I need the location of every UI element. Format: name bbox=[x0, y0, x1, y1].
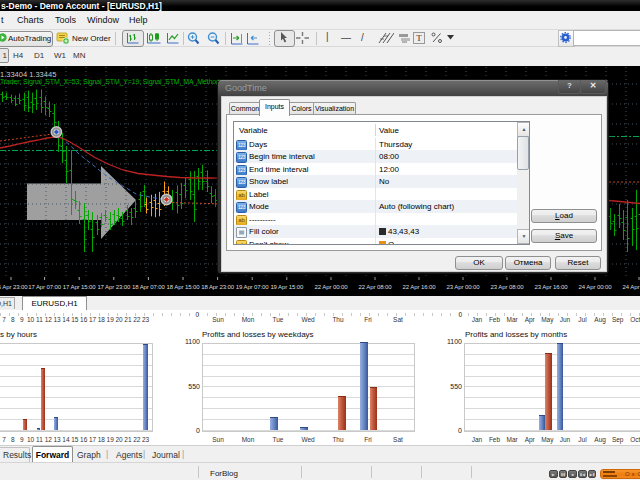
svg-text:T: T bbox=[416, 33, 422, 43]
